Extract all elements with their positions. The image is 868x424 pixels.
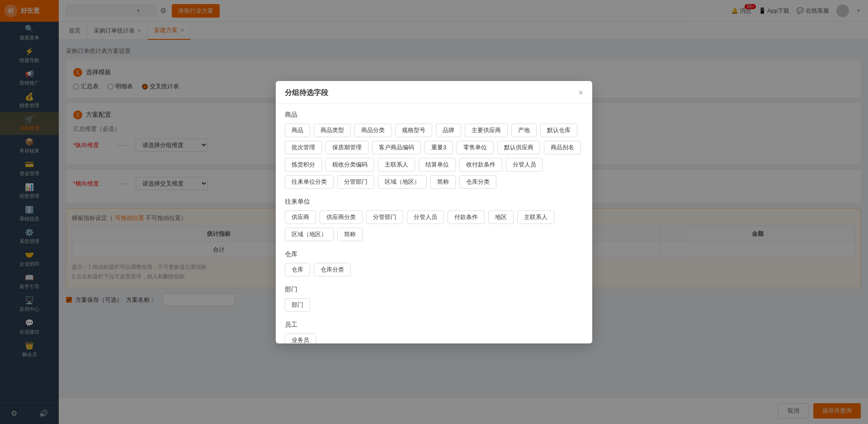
modal-title: 分组待选字段 [285, 88, 328, 98]
field-tags-1: 供应商供应商分类分管部门分管人员付款条件地区主联系人区域（地区）简称 [285, 210, 583, 241]
modal-close-button[interactable]: × [578, 89, 583, 97]
field-tag-1-6[interactable]: 主联系人 [517, 210, 554, 224]
field-tag-0-3[interactable]: 规格型号 [395, 124, 432, 137]
field-group-部门: 部门部门 [285, 286, 583, 312]
field-tag-0-19[interactable]: 收付款条件 [459, 158, 502, 172]
field-tag-0-9[interactable]: 保质期管理 [326, 141, 368, 154]
field-tags-0: 商品商品类型商品分类规格型号品牌主要供应商产地默认仓库批次管理保质期管理客户商品… [285, 124, 583, 189]
field-tag-0-15[interactable]: 拣货积分 [285, 158, 322, 172]
field-tag-0-12[interactable]: 零售单位 [457, 141, 494, 154]
field-group-商品: 商品商品商品类型商品分类规格型号品牌主要供应商产地默认仓库批次管理保质期管理客户… [285, 111, 583, 189]
field-group-title-2: 仓库 [285, 250, 583, 258]
field-tag-0-11[interactable]: 重量3 [425, 141, 453, 154]
field-tag-0-23[interactable]: 区域（地区） [378, 175, 427, 189]
field-tag-0-8[interactable]: 批次管理 [285, 141, 322, 154]
field-group-title-0: 商品 [285, 111, 583, 119]
field-group-title-3: 部门 [285, 286, 583, 294]
field-tag-0-20[interactable]: 分管人员 [506, 158, 543, 172]
field-group-往来单位: 往来单位供应商供应商分类分管部门分管人员付款条件地区主联系人区域（地区）简称 [285, 198, 583, 241]
field-tag-0-24[interactable]: 简称 [430, 175, 456, 189]
field-tag-0-5[interactable]: 主要供应商 [465, 124, 508, 137]
field-tag-0-10[interactable]: 客户商品编码 [372, 141, 421, 154]
field-tag-0-7[interactable]: 默认仓库 [540, 124, 577, 137]
field-tag-1-1[interactable]: 供应商分类 [320, 210, 363, 224]
field-tag-0-18[interactable]: 结算单位 [419, 158, 456, 172]
field-tag-0-22[interactable]: 分管部门 [337, 175, 374, 189]
field-tag-1-0[interactable]: 供应商 [285, 210, 316, 224]
field-tag-2-1[interactable]: 仓库分类 [314, 263, 351, 276]
field-group-title-4: 员工 [285, 321, 583, 329]
field-tags-3: 部门 [285, 298, 583, 312]
field-tag-1-4[interactable]: 付款条件 [448, 210, 485, 224]
field-tag-0-21[interactable]: 往来单位分类 [285, 175, 334, 189]
field-group-title-1: 往来单位 [285, 198, 583, 206]
field-tag-0-6[interactable]: 产地 [511, 124, 537, 137]
field-tag-4-0[interactable]: 业务员 [285, 333, 316, 343]
field-tag-1-8[interactable]: 简称 [337, 228, 363, 241]
field-tag-1-7[interactable]: 区域（地区） [285, 228, 334, 241]
field-group-仓库: 仓库仓库仓库分类 [285, 250, 583, 276]
field-tag-0-4[interactable]: 品牌 [436, 124, 461, 137]
field-group-员工: 员工业务员 [285, 321, 583, 343]
field-tag-0-16[interactable]: 税收分类编码 [326, 158, 374, 172]
field-tag-1-2[interactable]: 分管部门 [366, 210, 403, 224]
field-tag-1-3[interactable]: 分管人员 [407, 210, 444, 224]
field-tag-0-13[interactable]: 默认供应商 [497, 141, 540, 154]
field-tag-0-0[interactable]: 商品 [285, 124, 310, 137]
field-tag-2-0[interactable]: 仓库 [285, 263, 310, 276]
field-tags-4: 业务员 [285, 333, 583, 343]
field-tag-0-14[interactable]: 商品别名 [544, 141, 581, 154]
modal-dialog: 分组待选字段 × 商品商品商品类型商品分类规格型号品牌主要供应商产地默认仓库批次… [276, 81, 592, 343]
field-tag-0-25[interactable]: 仓库分类 [459, 175, 496, 189]
modal-header: 分组待选字段 × [276, 81, 592, 104]
field-tag-1-5[interactable]: 地区 [488, 210, 514, 224]
field-tag-0-2[interactable]: 商品分类 [354, 124, 392, 137]
modal-overlay: 分组待选字段 × 商品商品商品类型商品分类规格型号品牌主要供应商产地默认仓库批次… [0, 0, 868, 424]
field-tag-0-1[interactable]: 商品类型 [314, 124, 351, 137]
modal-body: 商品商品商品类型商品分类规格型号品牌主要供应商产地默认仓库批次管理保质期管理客户… [276, 104, 592, 343]
field-tag-0-17[interactable]: 主联系人 [378, 158, 415, 172]
field-tags-2: 仓库仓库分类 [285, 263, 583, 276]
field-tag-3-0[interactable]: 部门 [285, 298, 310, 312]
